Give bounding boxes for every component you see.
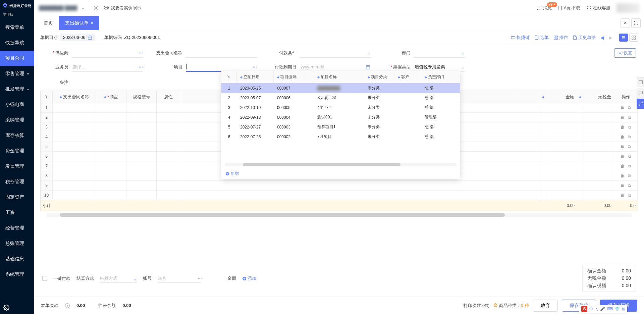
- sidebar-item-2[interactable]: 项目合同: [0, 51, 34, 66]
- history-button[interactable]: 历史单据: [573, 35, 596, 41]
- grid-row[interactable]: 10 🗑⧉: [41, 191, 638, 200]
- sidebar-item-8[interactable]: 资金管理: [0, 143, 34, 159]
- chevron-down-icon[interactable]: ⌄: [81, 5, 85, 10]
- col-sort[interactable]: ◆: [577, 91, 584, 103]
- ime-toolbar[interactable]: S 中 •, 🎤 ⌨ 👕 ⊞: [579, 305, 627, 313]
- dp-col-customer[interactable]: ◆客户: [394, 71, 421, 83]
- delete-row-icon[interactable]: 🗑: [621, 183, 625, 188]
- invoice-type-select[interactable]: 增值税专用发票⌄: [414, 62, 465, 72]
- delete-row-icon[interactable]: 🗑: [621, 105, 625, 110]
- sidebar-item-1[interactable]: 快捷导航: [0, 35, 34, 51]
- sidebar-item-13[interactable]: 经营管理: [0, 220, 34, 236]
- copy-row-icon[interactable]: ⧉: [628, 135, 631, 139]
- more-icon[interactable]: ⋯: [139, 50, 142, 55]
- grid-row[interactable]: 9 🗑⧉: [41, 181, 638, 191]
- settings-button[interactable]: 设置: [614, 48, 636, 58]
- account-select[interactable]: 账号⋯: [158, 274, 201, 283]
- delete-row-icon[interactable]: 🗑: [621, 115, 625, 120]
- onekey-pay-checkbox[interactable]: [42, 276, 47, 281]
- supplier-input[interactable]: ⋯: [72, 48, 143, 58]
- project-option[interactable]: 6 2022-07-25 000002 7月项目 未分类 总 部: [221, 132, 460, 142]
- view-grid-button[interactable]: [629, 34, 638, 42]
- sidebar-item-16[interactable]: 系统管理: [0, 267, 34, 282]
- delete-row-icon[interactable]: 🗑: [621, 154, 625, 159]
- due-date-input[interactable]: yyyy-mm-dd: [300, 62, 371, 72]
- sidebar-item-0[interactable]: 搜索菜单: [0, 20, 34, 35]
- project-option[interactable]: 5 2022-07-27 000003 预算项目1 未分类 总 部: [221, 122, 460, 132]
- dropdown-add-button[interactable]: 新增: [225, 171, 456, 176]
- sidebar-item-10[interactable]: 税务管理: [0, 174, 34, 190]
- col-contract[interactable]: ◆支出合同名称: [53, 91, 96, 103]
- col-spec[interactable]: 规格型号: [126, 91, 157, 103]
- sidebar-item-6[interactable]: 采购管理: [0, 112, 34, 128]
- copy-row-icon[interactable]: ⧉: [628, 125, 631, 129]
- sidebar-settings-icon[interactable]: [0, 301, 34, 314]
- dp-col-code[interactable]: ◆项目编码: [274, 71, 314, 83]
- keyboard-icon[interactable]: ⌨: [607, 307, 613, 311]
- gear-icon[interactable]: [94, 5, 99, 11]
- sidebar-item-9[interactable]: 发票管理: [0, 159, 34, 174]
- sidebar-item-11[interactable]: 固定资产: [0, 190, 34, 205]
- dp-col-dept[interactable]: ◆负责部门: [421, 71, 460, 83]
- side-tab-1[interactable]: [637, 77, 644, 87]
- sidebar-item-4[interactable]: 批发管理▾: [0, 82, 34, 97]
- settlement-method-select[interactable]: 结算方式⌄: [100, 274, 137, 283]
- copy-row-icon[interactable]: ⧉: [628, 183, 631, 188]
- operate-button[interactable]: 操作: [553, 35, 568, 41]
- add-payment-button[interactable]: 添加: [242, 275, 256, 281]
- copy-row-icon[interactable]: ⧉: [628, 173, 631, 178]
- delete-row-icon[interactable]: 🗑: [621, 125, 625, 129]
- sidebar-item-14[interactable]: 总账管理: [0, 236, 34, 251]
- delete-row-icon[interactable]: 🗑: [621, 193, 625, 198]
- dp-col-date[interactable]: ◆立项日期: [237, 71, 274, 83]
- col-attr[interactable]: 属性: [157, 91, 180, 103]
- delete-row-icon[interactable]: 🗑: [621, 164, 625, 168]
- sidebar-item-7[interactable]: 库存核算: [0, 128, 34, 143]
- info-icon[interactable]: ?: [65, 303, 70, 308]
- next-bill-button[interactable]: ▶: [609, 35, 612, 40]
- org-selector[interactable]: ████████ ████: [39, 5, 77, 10]
- copy-row-icon[interactable]: ⧉: [628, 154, 631, 159]
- col-notax[interactable]: 无税金: [584, 91, 614, 103]
- discard-button[interactable]: 放弃: [533, 300, 558, 312]
- grid-settings-icon[interactable]: [41, 91, 53, 103]
- shortcut-button[interactable]: 快捷键: [511, 35, 530, 41]
- copy-row-icon[interactable]: ⧉: [628, 193, 631, 198]
- project-input[interactable]: ⋯: [186, 62, 257, 72]
- support-button[interactable]: 在线客服: [586, 5, 610, 11]
- project-option[interactable]: 2 2023-05-07 000006 X大厦工程 未分类 总 部: [221, 93, 460, 103]
- dp-col-category[interactable]: ◆项目分类: [364, 71, 394, 83]
- copy-row-icon[interactable]: ⧉: [628, 144, 631, 149]
- project-option[interactable]: 3 2022-10-19 000005 461772 未分类 总 部: [221, 103, 460, 112]
- side-tab-3[interactable]: [637, 99, 644, 109]
- expand-tabs-button[interactable]: ⛶: [631, 18, 641, 28]
- copy-row-icon[interactable]: ⧉: [628, 115, 631, 120]
- view-list-button[interactable]: [619, 34, 628, 42]
- tab-home[interactable]: 首页: [38, 16, 59, 30]
- delete-row-icon[interactable]: 🗑: [621, 173, 625, 178]
- sidebar-item-15[interactable]: 基础信息: [0, 251, 34, 267]
- tab-expense-confirm[interactable]: 支出确认单 ×: [59, 16, 99, 30]
- copy-row-icon[interactable]: ⧉: [628, 164, 631, 168]
- more-icon[interactable]: ⋯: [139, 64, 142, 69]
- sidebar-item-12[interactable]: 工资: [0, 205, 34, 220]
- demo-link[interactable]: 我要看实例演示: [104, 5, 141, 11]
- dropdown-scrollbar[interactable]: [225, 163, 457, 166]
- copy-row-icon[interactable]: ⧉: [628, 105, 631, 110]
- side-tab-2[interactable]: [637, 88, 644, 98]
- close-all-tabs-button[interactable]: ✕: [621, 18, 630, 28]
- delete-row-icon[interactable]: 🗑: [621, 144, 625, 149]
- dp-col-name[interactable]: ◆项目名称: [314, 71, 364, 83]
- toolbox-icon[interactable]: ⊞: [622, 307, 625, 311]
- message-button[interactable]: 消息 99 +: [536, 5, 552, 11]
- sidebar-item-5[interactable]: 小畅电商: [0, 97, 34, 112]
- contract-name-input[interactable]: [186, 48, 257, 58]
- mic-icon[interactable]: 🎤: [600, 307, 605, 311]
- delete-row-icon[interactable]: 🗑: [621, 135, 625, 139]
- col-amount[interactable]: 金额: [547, 91, 577, 103]
- app-download-button[interactable]: App下载: [558, 5, 580, 11]
- more-icon[interactable]: ⋯: [253, 64, 256, 69]
- close-icon[interactable]: ×: [91, 20, 93, 26]
- bill-date-picker[interactable]: 2023-06-06: [60, 34, 95, 41]
- dept-select[interactable]: ⌄: [414, 48, 465, 58]
